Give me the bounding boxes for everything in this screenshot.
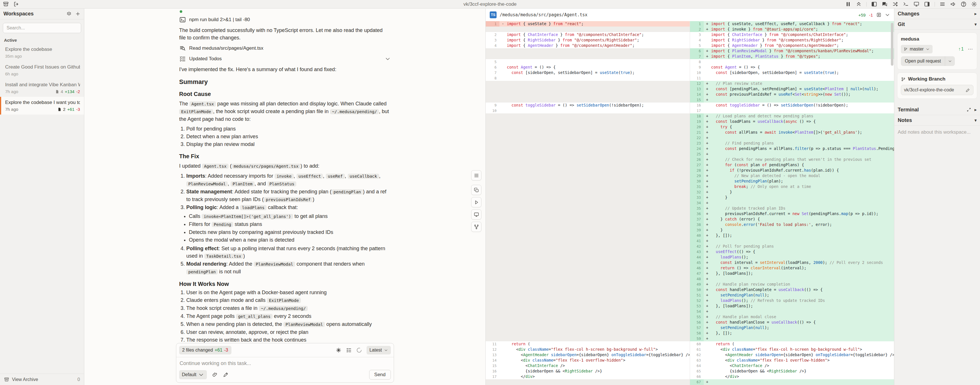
open-pull-request-button[interactable]: Open pull request (901, 56, 945, 66)
line-number (486, 271, 500, 276)
code-line: import { PlanItem, PlanStatus } from "@/… (711, 54, 894, 59)
diff-row: 54+ (690, 309, 894, 314)
chat-scroll-area[interactable]: npm run build 2>&1 | tail -80The build c… (84, 9, 485, 343)
terminal-icon[interactable] (903, 1, 909, 7)
notes-label: Notes (898, 118, 912, 123)
attachment-icon[interactable] (212, 372, 218, 377)
line-number: 13 (486, 352, 500, 358)
workspace-item-meta: 7h ago2+61-3 (5, 107, 80, 112)
code-line (507, 54, 690, 59)
model-dropdown[interactable]: Default (179, 370, 207, 379)
monitor-button[interactable] (471, 209, 481, 220)
workspace-item[interactable]: Explore the codebase I want you to exp7h… (0, 97, 84, 115)
monitor-icon[interactable] (913, 1, 920, 7)
line-number (486, 331, 500, 336)
chevron-down-icon (384, 348, 388, 352)
workspace-item[interactable]: Explore the codebase35m ago (0, 44, 84, 61)
menu-icon[interactable] (939, 1, 945, 7)
panel-right-icon[interactable] (924, 1, 930, 7)
working-branch-field[interactable]: vk/3ccf-explore-the-code (901, 85, 974, 95)
workspace-item[interactable]: Install and integrate Vibe Kanban Web7h … (0, 79, 84, 97)
expand-icon[interactable] (967, 107, 971, 112)
diff-row: 5 (486, 59, 690, 65)
diff-row: 18+ // Load plans and detect new pending… (690, 113, 894, 119)
branch-dropdown[interactable]: master (901, 45, 932, 53)
plus-icon[interactable] (75, 11, 81, 17)
help-icon[interactable] (961, 1, 967, 7)
view-archive-button[interactable]: View Archive 0 (0, 374, 84, 385)
message-input[interactable] (180, 360, 390, 366)
rows-button[interactable] (471, 170, 481, 180)
pull-request-options-button[interactable] (945, 56, 955, 66)
whitespace-toggle-icon[interactable] (876, 12, 881, 18)
code-line: import { RightSidebar } from "@/componen… (507, 37, 690, 43)
code-line: <div className="flex flex-col h-screen b… (507, 347, 690, 352)
line-number: 15 (690, 97, 704, 103)
code-line (507, 113, 690, 119)
code-line (507, 233, 690, 238)
search-input[interactable] (3, 23, 81, 33)
diff-scrollbar[interactable] (891, 23, 893, 66)
collapse-file-icon[interactable] (885, 12, 890, 18)
line-number: 34 (690, 200, 704, 206)
edit-pencil-icon[interactable] (966, 88, 970, 92)
chat-bubble-icon[interactable] (882, 1, 888, 7)
tool-call-chip[interactable]: Read medusa/src/pages/Agent.tsx (179, 45, 391, 52)
megaphone-icon[interactable] (950, 1, 956, 7)
more-options-icon[interactable]: ⋯ (968, 46, 974, 52)
code-line (711, 309, 894, 314)
line-number: 47 (690, 271, 704, 276)
diff-row: 40+ }, []); (690, 233, 894, 238)
diff-row: 5import { AgentHeader } from "@/componen… (690, 43, 894, 48)
code-line (507, 27, 690, 32)
play-button[interactable] (471, 197, 481, 207)
archive-icon[interactable] (3, 1, 9, 7)
version-dropdown[interactable]: Latest (367, 346, 391, 355)
terminal-section-header[interactable]: Terminal ▸ (894, 105, 980, 115)
send-button[interactable]: Send (369, 370, 391, 380)
line-number: 31 (690, 184, 704, 189)
code-line: } (711, 228, 894, 233)
diff-row: 14+ const previousPlanIdsRef = useRef<Se… (690, 92, 894, 97)
chat-paragraph: I updated Agent.tsx (medusa/src/pages/Ag… (179, 162, 391, 170)
git-section-header[interactable]: Git ▾ (894, 19, 980, 30)
changes-section-header[interactable]: Changes ▸ (894, 9, 980, 19)
diff-sign (500, 103, 507, 108)
layers-icon[interactable] (66, 11, 72, 17)
diff-sign (500, 97, 507, 103)
diff-row (486, 336, 690, 341)
diff-sign: + (704, 124, 711, 130)
diff-sign (500, 200, 507, 206)
line-number (486, 195, 500, 200)
files-changed-badge[interactable]: 2 files changed +61 -3 (179, 346, 231, 355)
diff-row (486, 178, 690, 184)
diff-row: 21+ const allPlans = await invoke<PlanIt… (690, 130, 894, 135)
workspace-item[interactable]: Create Good First Issues on Github So p6… (0, 61, 84, 79)
tool-call-chip[interactable]: Updated Todos (179, 55, 391, 62)
diff-row (486, 119, 690, 124)
copy-button[interactable] (471, 185, 481, 195)
gear-icon[interactable] (971, 1, 977, 7)
git-label: Git (898, 21, 905, 27)
diff-sign (500, 374, 507, 379)
chevron-down-icon[interactable] (385, 56, 391, 62)
exit-icon[interactable] (13, 1, 19, 7)
chevrons-up-icon[interactable] (856, 1, 862, 7)
line-number: 35 (690, 206, 704, 211)
diff-row: 64 <ChatInterface /> (690, 363, 894, 368)
shuffle-icon[interactable] (892, 1, 898, 7)
pen-icon[interactable] (223, 372, 229, 377)
notes-editor[interactable]: Add notes about this workspace... (894, 126, 980, 385)
fork-button[interactable] (471, 222, 481, 232)
line-number: 37 (690, 216, 704, 222)
spark-icon[interactable] (336, 347, 341, 353)
pause-icon[interactable] (845, 1, 851, 7)
line-number: 10 (690, 70, 704, 75)
tool-call-chip[interactable]: npm run build 2>&1 | tail -80 (179, 16, 391, 24)
line-number: 42 (690, 243, 704, 249)
line-number: 46 (690, 265, 704, 271)
panel-left-icon[interactable] (871, 1, 877, 7)
notes-section-header[interactable]: Notes ▾ (894, 115, 980, 126)
todos-icon[interactable] (346, 347, 352, 353)
line-number: 8 (690, 59, 704, 65)
